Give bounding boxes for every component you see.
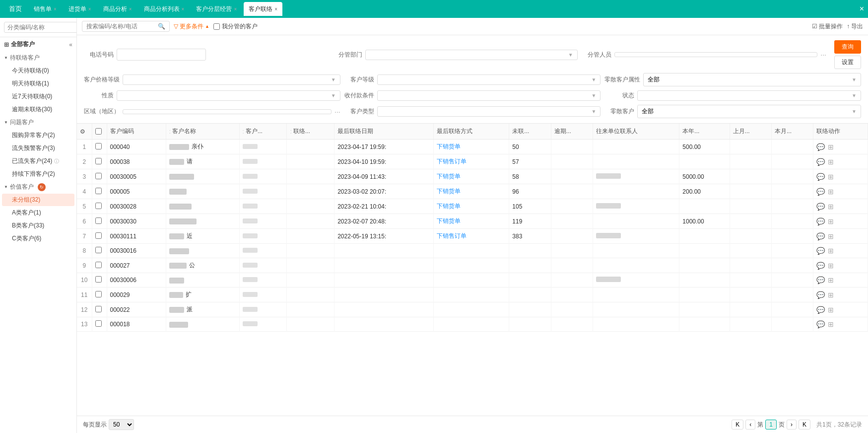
chat-icon-5[interactable]: 💬 bbox=[816, 203, 825, 211]
chat-icon-12[interactable]: 💬 bbox=[816, 306, 825, 314]
sidebar-group-pending[interactable]: ▼ 待联络客户 bbox=[0, 52, 76, 64]
current-page-button[interactable]: 1 bbox=[765, 420, 777, 430]
grid-action-icon-1[interactable]: ⊞ bbox=[828, 143, 834, 151]
row-select-5[interactable] bbox=[95, 203, 102, 209]
row-select-2[interactable] bbox=[95, 158, 102, 164]
tab-product-analysis[interactable]: 商品分析 × bbox=[98, 2, 137, 16]
sidebar-search-input[interactable] bbox=[4, 22, 77, 33]
grid-action-icon-13[interactable]: ⊞ bbox=[828, 320, 834, 328]
row-checkbox-2[interactable] bbox=[92, 154, 107, 169]
chat-icon-6[interactable]: 💬 bbox=[816, 217, 825, 225]
sidebar-item-tomorrow[interactable]: 明天待联络(1) bbox=[2, 77, 74, 90]
first-page-button[interactable]: K bbox=[732, 420, 743, 430]
row-checkbox-8[interactable] bbox=[92, 244, 107, 258]
chat-icon-9[interactable]: 💬 bbox=[816, 262, 825, 270]
grid-action-icon-12[interactable]: ⊞ bbox=[828, 306, 834, 314]
col-type[interactable]: :客户... bbox=[239, 124, 287, 140]
chat-icon-1[interactable]: 💬 bbox=[816, 143, 825, 151]
grid-action-icon-6[interactable]: ⊞ bbox=[828, 217, 834, 225]
sidebar-item-ungrouped[interactable]: 未分组(32) bbox=[2, 194, 74, 206]
method-link-5[interactable]: 下销货单 bbox=[437, 203, 461, 210]
my-customers-checkbox[interactable] bbox=[213, 23, 220, 30]
grid-action-icon-10[interactable]: ⊞ bbox=[828, 276, 834, 284]
price-level-select[interactable]: ▼ bbox=[123, 74, 340, 85]
sidebar-item-hoarding[interactable]: 囤购异常客户(2) bbox=[2, 129, 74, 142]
grid-action-icon-9[interactable]: ⊞ bbox=[828, 262, 834, 270]
col-no-contact[interactable]: 未联... bbox=[509, 124, 551, 140]
chat-icon-2[interactable]: 💬 bbox=[816, 158, 825, 166]
tab-purchase-order[interactable]: 进货单 × bbox=[64, 2, 96, 16]
grid-action-icon-7[interactable]: ⊞ bbox=[828, 232, 834, 240]
tab-customer-segmentation[interactable]: 客户分层经营 × bbox=[191, 2, 242, 16]
row-select-12[interactable] bbox=[95, 306, 102, 312]
sidebar-group-value[interactable]: ▼ 价值客户 ↻ bbox=[0, 181, 76, 193]
grid-action-icon-11[interactable]: ⊞ bbox=[828, 291, 834, 299]
sidebar-item-churned[interactable]: 已流失客户(24) ⓘ bbox=[2, 155, 74, 167]
sidebar-all-customers[interactable]: ⊞ 全部客户 « bbox=[0, 37, 76, 52]
grid-action-icon-3[interactable]: ⊞ bbox=[828, 173, 834, 181]
col-this-month[interactable]: 本月... bbox=[771, 124, 813, 140]
method-link-6[interactable]: 下销货单 bbox=[437, 217, 461, 224]
col-last-method[interactable]: 最后联络方式 bbox=[433, 124, 509, 140]
method-link-1[interactable]: 下销货单 bbox=[437, 143, 461, 150]
payment-select[interactable]: ▼ bbox=[377, 90, 601, 101]
method-link-4[interactable]: 下销货单 bbox=[437, 188, 461, 195]
col-checkbox[interactable] bbox=[92, 124, 107, 140]
col-contact[interactable]: :联络... bbox=[287, 124, 334, 140]
row-checkbox-10[interactable] bbox=[92, 273, 107, 288]
row-select-8[interactable] bbox=[95, 247, 102, 253]
chat-icon-3[interactable]: 💬 bbox=[816, 173, 825, 181]
close-tab-analysis[interactable]: × bbox=[129, 6, 132, 12]
main-search-icon[interactable]: 🔍 bbox=[158, 23, 165, 30]
row-select-7[interactable] bbox=[95, 232, 102, 239]
row-select-1[interactable] bbox=[95, 143, 102, 149]
col-settings[interactable]: ⚙ bbox=[77, 124, 92, 140]
row-checkbox-13[interactable] bbox=[92, 317, 107, 332]
close-tab-segmentation[interactable]: × bbox=[234, 6, 237, 12]
row-select-11[interactable] bbox=[95, 291, 102, 297]
close-tab-analysis-list[interactable]: × bbox=[182, 6, 185, 12]
col-last-month[interactable]: 上月... bbox=[730, 124, 771, 140]
manager-select[interactable] bbox=[614, 52, 818, 57]
sidebar-item-class-a[interactable]: A类客户(1) bbox=[2, 207, 74, 219]
sidebar-collapse-button[interactable]: « bbox=[69, 41, 72, 48]
export-button[interactable]: ↑ 导出 bbox=[847, 22, 863, 31]
sidebar-item-churn-warning[interactable]: 流失预警客户(3) bbox=[2, 142, 74, 154]
sidebar-item-overdue[interactable]: 逾期未联络(30) bbox=[2, 103, 74, 116]
region-dots[interactable]: ··· bbox=[334, 108, 340, 116]
grid-action-icon-8[interactable]: ⊞ bbox=[828, 247, 834, 255]
row-select-3[interactable] bbox=[95, 173, 102, 179]
row-checkbox-7[interactable] bbox=[92, 229, 107, 244]
row-select-4[interactable] bbox=[95, 188, 102, 194]
col-name[interactable]: :客户名称 bbox=[166, 124, 239, 140]
sidebar-item-class-b[interactable]: B类客户(33) bbox=[2, 219, 74, 232]
row-checkbox-3[interactable] bbox=[92, 169, 107, 184]
tab-customer-contact[interactable]: 客户联络 × bbox=[244, 2, 282, 16]
row-checkbox-11[interactable] bbox=[92, 288, 107, 302]
chat-icon-13[interactable]: 💬 bbox=[816, 320, 825, 328]
more-conditions-button[interactable]: ▽ 更多条件 ▲ bbox=[174, 22, 209, 31]
chat-icon-8[interactable]: 💬 bbox=[816, 247, 825, 255]
chat-icon-7[interactable]: 💬 bbox=[816, 232, 825, 240]
method-link-3[interactable]: 下销货单 bbox=[437, 173, 461, 180]
sidebar-item-declining[interactable]: 持续下滑客户(2) bbox=[2, 168, 74, 180]
prev-page-button[interactable]: ‹ bbox=[745, 420, 755, 430]
nature-select[interactable]: ▼ bbox=[117, 90, 340, 101]
row-checkbox-4[interactable] bbox=[92, 184, 107, 199]
tab-product-analysis-list[interactable]: 商品分析列表 × bbox=[139, 2, 190, 16]
retail-attr-select[interactable]: 全部 ▼ bbox=[643, 73, 861, 86]
row-select-10[interactable] bbox=[95, 276, 102, 283]
col-last-date[interactable]: 最后联络日期 bbox=[334, 124, 433, 140]
query-button[interactable]: 查询 bbox=[834, 40, 861, 54]
method-link-2[interactable]: 下销售订单 bbox=[437, 158, 467, 165]
close-tab-contact[interactable]: × bbox=[274, 6, 277, 12]
close-tab-purchase[interactable]: × bbox=[88, 6, 91, 12]
close-window-button[interactable]: × bbox=[860, 4, 864, 13]
method-link-7[interactable]: 下销售订单 bbox=[437, 232, 467, 239]
sidebar-item-class-c[interactable]: C类客户(6) bbox=[2, 232, 74, 245]
main-search-input[interactable] bbox=[86, 23, 156, 30]
manager-dots[interactable]: ··· bbox=[820, 51, 826, 59]
tab-sales-order[interactable]: 销售单 × bbox=[29, 2, 62, 16]
chat-icon-11[interactable]: 💬 bbox=[816, 291, 825, 299]
status-select[interactable]: ▼ bbox=[637, 90, 861, 101]
